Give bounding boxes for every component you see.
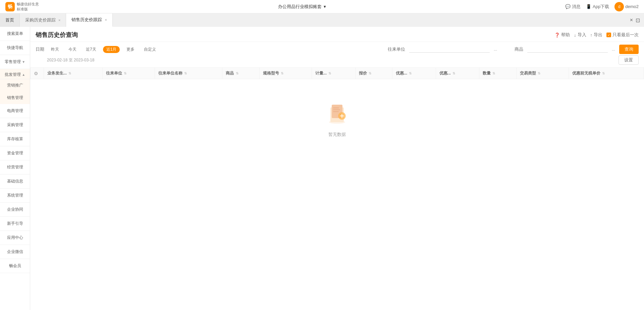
sidebar-item-sales-mgmt[interactable]: 销售管理 xyxy=(0,92,30,104)
top-bar-right: 💬 消息 📱 App下载 d demo2 xyxy=(565,2,639,11)
table-container: ⚙ 业务发生... ⇅ 往来单位 ⇅ 往来单位名称 ⇅ xyxy=(30,67,644,310)
tab-purchase-close[interactable]: × xyxy=(58,18,60,22)
sort-qty-icon: ⇅ xyxy=(492,71,495,75)
table-header-row: ⚙ 业务发生... ⇅ 往来单位 ⇅ 往来单位名称 ⇅ xyxy=(31,68,644,79)
filter-row-1: 日期 昨天 今天 近7天 近1月 更多 自定义 往来单位 ... 商品 ... … xyxy=(36,45,639,54)
sidebar-item-enterprise[interactable]: 企业协同 xyxy=(0,203,30,217)
col-spec[interactable]: 规格型号 ⇅ xyxy=(260,68,312,79)
sidebar-item-finance[interactable]: 资金管理 xyxy=(0,146,30,160)
sidebar-item-retail[interactable]: 零售管理 ▼ xyxy=(0,55,30,69)
data-table: ⚙ 业务发生... ⇅ 往来单位 ⇅ 往来单位名称 ⇅ xyxy=(30,67,644,79)
sidebar-item-wholesale[interactable]: 批发管理 ▲ xyxy=(0,69,30,79)
sidebar-item-ecommerce[interactable]: 电商管理 xyxy=(0,104,30,118)
sidebar-item-app-center[interactable]: 应用中心 xyxy=(0,231,30,245)
wholesale-arrow-icon: ▲ xyxy=(22,73,25,76)
page-actions: ❓ 帮助 ↓ 导入 ↑ 导出 ✓ 只看最后一次 xyxy=(554,32,639,38)
workspace-selector[interactable]: 办公用品行业模拟账套 ▾ xyxy=(278,4,326,10)
col-partner-name[interactable]: 往来单位名称 ⇅ xyxy=(155,68,222,79)
logo-text: 畅捷信好生意 标准版 xyxy=(17,2,39,11)
export-icon: ↑ xyxy=(590,33,593,38)
filter-row-2: 2023-02-18 至 2023-03-18 设置 xyxy=(36,55,639,65)
only-last-checkbox[interactable]: ✓ xyxy=(606,33,611,37)
product-input[interactable] xyxy=(527,46,608,53)
filter-section: 日期 昨天 今天 近7天 近1月 更多 自定义 往来单位 ... 商品 ... … xyxy=(30,42,644,67)
empty-text: 暂无数据 xyxy=(328,132,346,138)
sort-discount1-icon: ⇅ xyxy=(409,71,412,75)
user-avatar-area[interactable]: d demo2 xyxy=(614,2,639,11)
tab-bar: 首页 采购历史价跟踪 × 销售历史价跟踪 × × ⊡ xyxy=(0,13,644,27)
sort-product-icon: ⇅ xyxy=(236,71,238,75)
date-btn-more[interactable]: 更多 xyxy=(124,46,137,53)
tab-sales-history[interactable]: 销售历史价跟踪 × xyxy=(66,13,112,27)
app-download-btn[interactable]: 📱 App下载 xyxy=(586,4,609,10)
help-btn[interactable]: ❓ 帮助 xyxy=(554,32,570,38)
tab-home[interactable]: 首页 xyxy=(0,13,20,27)
logo-area: 畅 畅捷信好生意 标准版 xyxy=(5,2,39,11)
col-biz-date[interactable]: 业务发生... ⇅ xyxy=(44,68,103,79)
col-partner-code[interactable]: 往来单位 ⇅ xyxy=(102,68,155,79)
sidebar-item-system[interactable]: 系统管理 xyxy=(0,189,30,203)
col-product[interactable]: 商品 ⇅ xyxy=(222,68,260,79)
partner-filter-label: 往来单位 xyxy=(388,46,405,52)
col-gear: ⚙ xyxy=(31,68,44,79)
product-dots-btn[interactable]: ... xyxy=(612,47,615,52)
date-btn-1month[interactable]: 近1月 xyxy=(103,46,120,53)
page-title: 销售历史价查询 xyxy=(36,31,78,39)
col-qty[interactable]: 数量 ⇅ xyxy=(479,68,517,79)
col-pretax-price[interactable]: 优惠前无税单价 ⇅ xyxy=(569,68,644,79)
export-btn[interactable]: ↑ 导出 xyxy=(590,32,603,38)
sidebar-item-inventory[interactable]: 库存核算 xyxy=(0,132,30,146)
tab-bar-actions: × ⊡ xyxy=(630,17,644,23)
sidebar: 搜索菜单 快捷导航 零售管理 ▼ 批发管理 ▲ 营销推广 销售管理 电商管理 采… xyxy=(0,27,30,310)
date-btn-today[interactable]: 今天 xyxy=(66,46,79,53)
col-discount1[interactable]: 优惠... ⇅ xyxy=(392,68,436,79)
date-btn-7days[interactable]: 近7天 xyxy=(83,46,99,53)
sidebar-item-purchase[interactable]: 采购管理 xyxy=(0,118,30,132)
help-icon: ❓ xyxy=(554,33,560,38)
date-filter-label: 日期 xyxy=(36,46,44,52)
content-area: 销售历史价查询 ❓ 帮助 ↓ 导入 ↑ 导出 ✓ 只看最后一次 xyxy=(30,27,644,310)
tab-sales-close[interactable]: × xyxy=(105,18,107,22)
tab-purchase-history[interactable]: 采购历史价跟踪 × xyxy=(20,13,66,27)
query-btn[interactable]: 查询 xyxy=(619,45,639,54)
date-btn-custom[interactable]: 自定义 xyxy=(141,46,159,53)
import-btn[interactable]: ↓ 导入 xyxy=(574,32,586,38)
restore-window-btn[interactable]: ⊡ xyxy=(636,17,640,23)
settings-btn[interactable]: 设置 xyxy=(619,55,639,65)
sidebar-item-marketing[interactable]: 营销推广 xyxy=(0,79,30,92)
table-header: ⚙ 业务发生... ⇅ 往来单位 ⇅ 往来单位名称 ⇅ xyxy=(31,68,644,79)
sidebar-item-members[interactable]: 畅会员 xyxy=(0,259,30,273)
sort-pretax-price-icon: ⇅ xyxy=(602,71,605,75)
top-bar-left: 畅 畅捷信好生意 标准版 xyxy=(5,2,39,11)
sidebar-item-search[interactable]: 搜索菜单 xyxy=(0,27,30,41)
retail-arrow-icon: ▼ xyxy=(22,60,25,64)
message-btn[interactable]: 💬 消息 xyxy=(565,4,581,10)
col-price[interactable]: 报价 ⇅ xyxy=(355,68,392,79)
top-bar: 畅 畅捷信好生意 标准版 办公用品行业模拟账套 ▾ 💬 消息 📱 App下载 d… xyxy=(0,0,644,13)
col-discount2[interactable]: 优惠... ⇅ xyxy=(436,68,479,79)
sidebar-item-weixin[interactable]: 企业微信 xyxy=(0,245,30,259)
main-layout: 搜索菜单 快捷导航 零售管理 ▼ 批发管理 ▲ 营销推广 销售管理 电商管理 采… xyxy=(0,27,644,310)
sort-unit-icon: ⇅ xyxy=(328,71,331,75)
date-btn-yesterday[interactable]: 昨天 xyxy=(48,46,62,53)
sort-trade-type-icon: ⇅ xyxy=(538,71,540,75)
sort-partner-name-icon: ⇅ xyxy=(184,71,187,75)
gear-btn[interactable]: ⚙ xyxy=(34,71,38,76)
date-range-text: 2023-02-18 至 2023-03-18 xyxy=(47,57,94,63)
product-filter-label: 商品 xyxy=(515,46,523,52)
sort-biz-date-icon: ⇅ xyxy=(68,71,71,75)
sidebar-item-operations[interactable]: 经营管理 xyxy=(0,160,30,174)
only-last-checkbox-label[interactable]: ✓ 只看最后一次 xyxy=(606,32,639,38)
logo-icon: 畅 xyxy=(5,2,15,11)
close-window-btn[interactable]: × xyxy=(630,17,633,23)
partner-dots-btn[interactable]: ... xyxy=(494,47,497,52)
partner-input[interactable] xyxy=(409,46,490,53)
sidebar-item-new-guide[interactable]: 新手引导 xyxy=(0,217,30,231)
dropdown-icon: ▾ xyxy=(324,4,326,9)
message-icon: 💬 xyxy=(565,4,571,9)
empty-state: 暂无数据 xyxy=(30,79,644,158)
sidebar-item-basic-info[interactable]: 基础信息 xyxy=(0,174,30,189)
col-trade-type[interactable]: 交易类型 ⇅ xyxy=(516,68,569,79)
col-unit[interactable]: 计量... ⇅ xyxy=(312,68,356,79)
sidebar-item-quick-nav[interactable]: 快捷导航 xyxy=(0,41,30,55)
